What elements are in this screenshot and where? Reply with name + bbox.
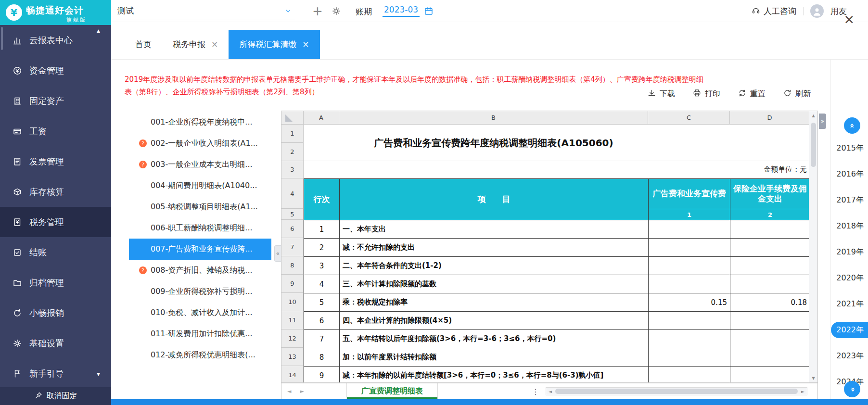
cell-value[interactable]	[649, 312, 730, 330]
cell-item[interactable]: 减：不允许扣除的支出	[340, 239, 649, 257]
cell-line[interactable]: 6	[304, 312, 340, 330]
cell-value[interactable]	[649, 257, 730, 275]
help-icon[interactable]: ?	[139, 266, 147, 274]
sidebar-item-settlement[interactable]: 结账	[0, 237, 111, 267]
report-item-003[interactable]: ?003-一般企业成本支出明细...	[129, 154, 271, 175]
horizontal-scrollbar[interactable]: ◄ ►	[546, 387, 807, 395]
report-item-007[interactable]: 007-广告费和业务宣传费跨...	[129, 239, 271, 260]
account-set-select[interactable]: 测试	[116, 2, 295, 20]
column-header-d[interactable]: D	[730, 111, 810, 125]
period-value[interactable]: 2023-03	[383, 5, 420, 17]
print-button[interactable]: 打印	[692, 89, 720, 100]
sidebar-item-archive[interactable]: 归档管理	[0, 267, 111, 298]
cell-item[interactable]: 乘：税收规定扣除率	[340, 293, 649, 312]
cell-item[interactable]: 五、本年结转以后年度扣除额(3>6，本行=3-6；3≤6，本行=0)	[340, 330, 649, 348]
cell-value[interactable]	[649, 220, 730, 239]
row-header[interactable]: 2	[281, 143, 304, 161]
header-insurance-commission[interactable]: 保险企业手续费及佣金支出	[730, 179, 810, 209]
report-item-008[interactable]: ?008-资产折旧、摊销及纳税...	[129, 260, 271, 281]
header-line-no[interactable]: 行次	[304, 179, 340, 220]
year-2017[interactable]: 2017年	[831, 187, 868, 213]
years-scroll-up-button[interactable]: «	[844, 117, 860, 134]
year-2023[interactable]: 2023年	[831, 343, 868, 369]
close-tab-icon[interactable]: ×	[302, 40, 309, 49]
cell-value[interactable]: 0.18	[730, 293, 810, 312]
sidebar-item-invoice[interactable]: 发票管理	[0, 146, 111, 177]
sidebar-item-funds[interactable]: 资金管理	[0, 55, 111, 86]
sidebar-item-cloud-report-center[interactable]: 云报表中心	[0, 25, 111, 55]
report-item-009[interactable]: 009-企业所得税弥补亏损明...	[129, 281, 271, 302]
sidebar-scroll-down-icon[interactable]: ▼	[97, 372, 100, 377]
cell-value[interactable]	[730, 257, 810, 275]
cell-line[interactable]: 3	[304, 257, 340, 275]
year-2016[interactable]: 2016年	[831, 161, 868, 187]
report-item-005[interactable]: 005-纳税调整项目明细表(A1...	[129, 196, 271, 217]
year-2019[interactable]: 2019年	[831, 239, 868, 265]
year-2015[interactable]: 2015年	[831, 135, 868, 161]
report-item-006[interactable]: 006-职工薪酬纳税调整明细...	[129, 217, 271, 239]
header-item[interactable]: 项 目	[340, 179, 649, 220]
sidebar-item-settings[interactable]: 基础设置	[0, 328, 111, 358]
report-item-010[interactable]: 010-免税、减计收入及加计...	[129, 302, 271, 323]
scroll-right-icon[interactable]: ►	[799, 389, 807, 394]
cell-value[interactable]	[730, 330, 810, 348]
close-tab-icon[interactable]: ×	[211, 40, 218, 49]
cell-line[interactable]: 5	[304, 293, 340, 312]
row-header[interactable]: 5	[281, 209, 304, 220]
cell-value[interactable]	[730, 275, 810, 293]
cell-value[interactable]	[730, 367, 810, 383]
sidebar-item-reimburse[interactable]: 小畅报销	[0, 298, 111, 328]
cell-value[interactable]: 0.15	[649, 293, 730, 312]
cell-value[interactable]	[649, 239, 730, 257]
cell-line[interactable]: 7	[304, 330, 340, 348]
cell-value[interactable]	[730, 239, 810, 257]
cell-item[interactable]: 一、本年支出	[340, 220, 649, 239]
cell-item[interactable]: 三、本年计算扣除限额的基数	[340, 275, 649, 293]
scroll-left-icon[interactable]: ◄	[546, 389, 554, 394]
cell-item[interactable]: 加：以前年度累计结转扣除额	[340, 348, 649, 367]
column-header-c[interactable]: C	[648, 111, 730, 125]
row-header[interactable]: 8	[281, 256, 304, 275]
report-item-004[interactable]: 004-期间费用明细表(A1040...	[129, 175, 271, 196]
expand-panel-handle[interactable]: »	[819, 114, 826, 129]
cell-line[interactable]: 2	[304, 239, 340, 257]
column-header-a[interactable]: A	[304, 111, 339, 125]
cell-value[interactable]	[649, 275, 730, 293]
year-2021[interactable]: 2021年	[831, 291, 868, 317]
row-header[interactable]: 1	[281, 125, 304, 143]
header-ad-expense[interactable]: 广告费和业务宣传费	[649, 179, 730, 209]
cell-line[interactable]: 4	[304, 275, 340, 293]
help-icon[interactable]: ?	[139, 161, 147, 168]
cell-item[interactable]: 减：本年扣除的以前年度结转额[3>6，本行=0；3≤6，本行=8与(6-3)孰小…	[340, 367, 649, 383]
support-button[interactable]: 人工咨询	[751, 5, 796, 17]
tab-income-tax-settlement[interactable]: 所得税汇算清缴 ×	[229, 30, 319, 59]
sheet-tab-active[interactable]: 广宣费调整明细表	[346, 383, 438, 399]
add-account-set-button[interactable]: +	[309, 2, 326, 20]
more-options-icon[interactable]: ⋮	[532, 387, 539, 396]
years-scroll-down-button[interactable]: «	[844, 381, 860, 397]
column-header-b[interactable]: B	[339, 111, 648, 125]
sheet-next-icon[interactable]: ►	[300, 388, 304, 394]
header-sub-2[interactable]: 2	[730, 209, 810, 220]
row-header[interactable]: 10	[281, 293, 304, 311]
cell-line[interactable]: 9	[304, 367, 340, 383]
year-2020[interactable]: 2020年	[831, 265, 868, 291]
close-page-icon[interactable]: ×	[843, 13, 855, 25]
unpin-sidebar-button[interactable]: 取消固定	[0, 387, 111, 405]
settings-gear-icon[interactable]	[332, 6, 341, 16]
tab-tax-filing[interactable]: 税务申报 ×	[162, 30, 229, 59]
cell-line[interactable]: 8	[304, 348, 340, 367]
header-sub-1[interactable]: 1	[649, 209, 730, 220]
scroll-up-icon[interactable]: ▲	[809, 111, 817, 120]
row-header[interactable]: 13	[281, 348, 304, 366]
cell-line[interactable]: 1	[304, 220, 340, 239]
select-all-corner[interactable]	[281, 111, 304, 125]
cell-item[interactable]: 四、本企业计算的扣除限额(4×5)	[340, 312, 649, 330]
cell-value[interactable]	[730, 312, 810, 330]
cell-value[interactable]	[730, 348, 810, 367]
cell-value[interactable]	[649, 330, 730, 348]
scroll-down-icon[interactable]: ▼	[809, 374, 817, 382]
report-item-012[interactable]: 012-减免所得税优惠明细表(...	[129, 344, 271, 366]
cell-value[interactable]	[649, 348, 730, 367]
download-button[interactable]: 下载	[647, 89, 675, 100]
